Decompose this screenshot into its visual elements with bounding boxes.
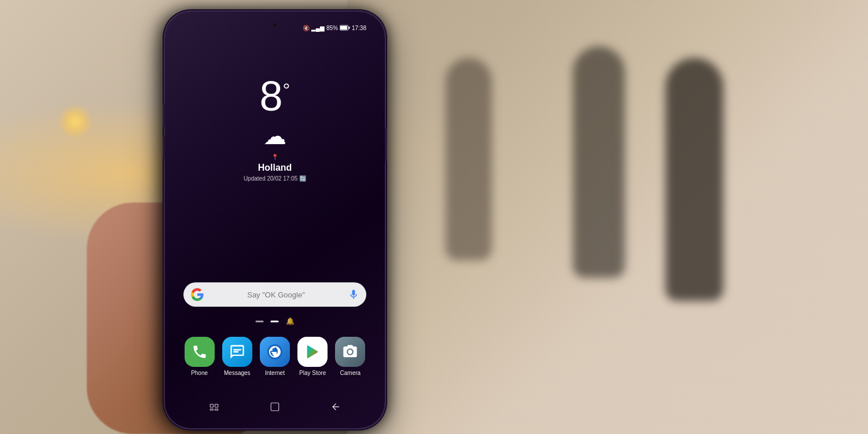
back-icon: [330, 402, 341, 412]
recent-apps-button[interactable]: [209, 402, 219, 412]
indicator-dot-1: [256, 321, 264, 322]
svg-rect-9: [210, 409, 213, 410]
temp-value: 8: [260, 73, 283, 119]
background-person-3: [665, 58, 723, 301]
svg-rect-7: [210, 404, 213, 407]
internet-app-label: Internet: [265, 370, 285, 376]
navigation-bar: [183, 402, 366, 412]
phone-app-label: Phone: [191, 370, 208, 376]
indicator-dot-2: [271, 321, 279, 322]
background-banner: [463, 29, 556, 318]
location-name: Holland: [244, 163, 306, 173]
internet-app-icon[interactable]: [260, 337, 290, 367]
search-placeholder-text[interactable]: Say "OK Google": [209, 290, 343, 299]
signal-icon: ▂▄▆: [311, 25, 325, 31]
volume-down-button[interactable]: [163, 136, 165, 159]
updated-timestamp: Updated 20/02 17:05 🔄: [244, 175, 306, 182]
playstore-app[interactable]: Play Store: [297, 337, 328, 376]
page-indicators: 🔔: [256, 317, 295, 325]
svg-rect-11: [271, 403, 279, 411]
voice-search-icon[interactable]: [348, 289, 359, 300]
volume-up-button[interactable]: [163, 104, 165, 127]
location-pin-icon: 📍: [244, 154, 306, 160]
svg-rect-3: [340, 26, 347, 30]
phone-app[interactable]: Phone: [185, 337, 215, 376]
battery-indicator: 85%: [326, 25, 338, 31]
playstore-app-label: Play Store: [299, 370, 326, 376]
svg-rect-4: [233, 349, 241, 350]
app-dock: Phone Messages: [178, 337, 372, 376]
google-g-logo: [190, 288, 204, 301]
clock: 17:38: [352, 25, 366, 31]
camera-app-label: Camera: [340, 370, 361, 376]
svg-rect-2: [348, 27, 350, 29]
phone: 🔇 ▂▄▆ 85% 17:38: [165, 12, 385, 428]
ambient-light: [58, 104, 93, 139]
weather-widget: 8° ☁ 📍 Holland Updated 20/02 17:05 🔄: [244, 75, 306, 182]
home-button[interactable]: [270, 402, 280, 412]
camera-app-icon[interactable]: [335, 337, 365, 367]
mute-icon: 🔇: [303, 24, 310, 31]
playstore-app-icon[interactable]: [297, 337, 328, 367]
internet-icon: [266, 343, 284, 361]
weather-condition-icon: ☁: [244, 123, 306, 149]
svg-text:🔇: 🔇: [303, 24, 310, 31]
phone-screen: 🔇 ▂▄▆ 85% 17:38: [172, 17, 378, 422]
svg-rect-10: [215, 409, 218, 410]
messages-icon: [229, 344, 245, 360]
recent-icon: [209, 402, 219, 412]
degree-symbol: °: [283, 79, 290, 100]
phone-app-icon[interactable]: [185, 337, 215, 367]
notification-bell-icon: 🔔: [286, 317, 295, 325]
updated-label: Updated 20/02 17:05: [244, 175, 297, 182]
messages-app[interactable]: Messages: [222, 337, 252, 376]
svg-rect-8: [215, 404, 218, 407]
camera-app[interactable]: Camera: [335, 337, 365, 376]
playstore-icon: [304, 344, 321, 360]
camera-icon: [342, 344, 358, 360]
google-search-bar[interactable]: Say "OK Google": [183, 282, 366, 307]
home-icon: [270, 402, 280, 412]
status-icons: 🔇 ▂▄▆ 85% 17:38: [303, 24, 366, 31]
messages-app-label: Messages: [224, 370, 251, 376]
purple-accent: [799, 0, 868, 434]
status-bar: 🔇 ▂▄▆ 85% 17:38: [183, 22, 366, 34]
internet-app[interactable]: Internet: [260, 337, 290, 376]
svg-rect-5: [233, 351, 238, 352]
messages-app-icon[interactable]: [222, 337, 252, 367]
power-button[interactable]: [385, 127, 387, 162]
battery-icon: [340, 25, 350, 31]
phone-icon: [192, 344, 208, 360]
background-person-2: [573, 46, 625, 278]
temperature: 8°: [244, 75, 306, 117]
back-button[interactable]: [330, 402, 341, 412]
phone-body: 🔇 ▂▄▆ 85% 17:38: [165, 12, 385, 428]
